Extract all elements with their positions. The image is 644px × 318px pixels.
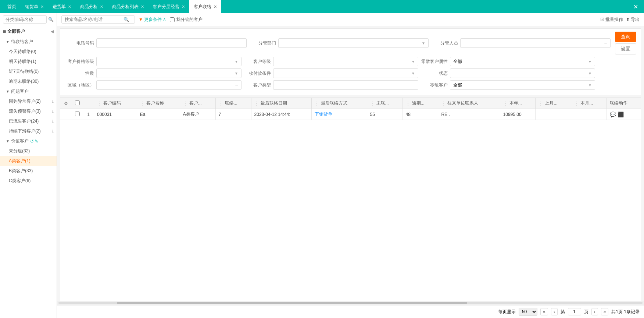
- row-last-method[interactable]: 下销货单: [311, 109, 367, 120]
- sidebar-search-icon[interactable]: 🔍: [48, 17, 54, 22]
- window-close-button[interactable]: ✕: [630, 2, 641, 12]
- col-this-year[interactable]: ⋮ 本年...: [500, 98, 536, 109]
- sidebar-item-churn-warning[interactable]: 流失预警客户(3) ℹ: [0, 106, 57, 116]
- col-this-month[interactable]: ⋮ 本月...: [571, 98, 607, 109]
- price-level-dropdown-icon: ▼: [235, 60, 238, 64]
- nav-tab-customer-contact[interactable]: 客户联络 ✕: [189, 0, 221, 13]
- sidebar-item-overdue-label: 逾期未联络(30): [9, 78, 39, 85]
- phone-input[interactable]: [96, 38, 247, 48]
- batch-operation-button[interactable]: ☑ 批量操作: [600, 17, 623, 23]
- sidebar-item-class-b[interactable]: B类客户(33): [0, 166, 57, 176]
- filter-search-input[interactable]: [65, 17, 124, 22]
- col-overdue[interactable]: ⋮ 逾期...: [402, 98, 438, 109]
- person-more-icon[interactable]: ···: [604, 41, 607, 45]
- last-method-resize-icon: ⋮: [315, 101, 319, 106]
- scrollbar-thumb[interactable]: [117, 302, 467, 304]
- nav-tab-goods-analysis[interactable]: 商品分析 ✕: [76, 0, 108, 13]
- region-more-icon[interactable]: ···: [235, 83, 238, 87]
- horizontal-scrollbar[interactable]: [57, 301, 644, 305]
- last-method-link[interactable]: 下销货单: [315, 112, 332, 117]
- row-checkbox-cell[interactable]: [72, 109, 83, 120]
- page-number-input[interactable]: [568, 308, 581, 315]
- nav-tab-goods-analysis-list[interactable]: 商品分析列表 ✕: [108, 0, 149, 13]
- churned-info-icon[interactable]: ℹ: [52, 119, 54, 123]
- sidebar-item-overdue[interactable]: 逾期未联络(30): [0, 77, 57, 86]
- col-overdue-label: 逾期...: [412, 100, 425, 106]
- payment-dropdown[interactable]: ▼: [273, 68, 418, 78]
- sidebar-group-value[interactable]: ▼ 价值客户 ↺ ✎: [0, 136, 57, 146]
- col-not-contacted[interactable]: ⋮ 未联...: [367, 98, 402, 109]
- nav-tab-customer-segment[interactable]: 客户分层经营 ✕: [149, 0, 189, 13]
- customer-type-input[interactable]: [273, 80, 418, 90]
- col-type[interactable]: ⋮ 客户...: [180, 98, 215, 109]
- nav-tab-customer-contact-close[interactable]: ✕: [214, 4, 217, 9]
- nav-tab-sales[interactable]: 销货单 ✕: [21, 0, 48, 13]
- sidebar-item-class-a[interactable]: A类客户(1): [0, 156, 57, 166]
- customer-level-dropdown[interactable]: ▼: [273, 57, 418, 66]
- col-last-date[interactable]: ⋮ 最后联络日期: [251, 98, 311, 109]
- nav-tab-purchase-close[interactable]: ✕: [68, 4, 71, 9]
- row-chat-icon[interactable]: 💬: [610, 112, 616, 117]
- value-group-edit-icon[interactable]: ✎: [35, 139, 38, 144]
- last-page-button[interactable]: »: [601, 308, 609, 315]
- row-checkbox[interactable]: [75, 112, 80, 116]
- page-size-select[interactable]: 50 100 200: [519, 308, 537, 316]
- declining-info-icon[interactable]: ℹ: [52, 129, 54, 133]
- filter-my-customer[interactable]: 我分管的客户: [170, 17, 203, 23]
- abnormal-info-icon[interactable]: ℹ: [52, 99, 54, 103]
- sidebar-item-class-c[interactable]: C类客户(6): [0, 176, 57, 186]
- region-input[interactable]: ···: [96, 80, 242, 90]
- col-settings[interactable]: ⚙: [60, 98, 72, 109]
- filter-cell-retail: 零散客户 全部 ▼: [418, 80, 595, 90]
- next-page-button[interactable]: ›: [591, 308, 598, 315]
- nav-tab-customer-segment-close[interactable]: ✕: [182, 4, 185, 9]
- nature-dropdown[interactable]: ▼: [96, 68, 242, 78]
- nav-tab-goods-analysis-close[interactable]: ✕: [100, 4, 103, 9]
- sidebar-item-churned[interactable]: 已流失客户(24) ℹ: [0, 116, 57, 126]
- sidebar-item-today[interactable]: 今天待联络(0): [0, 47, 57, 57]
- sidebar-item-7days[interactable]: 近7天待联络(0): [0, 67, 57, 77]
- col-code[interactable]: ⋮ 客户编码: [94, 98, 137, 109]
- sidebar-item-declining[interactable]: 持续下滑客户(2) ℹ: [0, 126, 57, 136]
- nav-tab-goods-list-close[interactable]: ✕: [141, 4, 144, 9]
- row-qr-icon[interactable]: ⬛: [618, 112, 624, 117]
- churn-warning-info-icon[interactable]: ℹ: [52, 109, 54, 113]
- retail-dropdown[interactable]: 全部 ▼: [450, 80, 595, 90]
- status-dropdown[interactable]: ▼: [450, 68, 595, 78]
- sidebar-group-pending[interactable]: ▼ 待联络客户: [0, 37, 57, 47]
- export-button[interactable]: ⬆ 导出: [626, 17, 640, 23]
- value-group-refresh-icon[interactable]: ↺: [30, 139, 34, 144]
- prev-page-button[interactable]: ‹: [551, 308, 558, 315]
- retail-attr-dropdown[interactable]: 全部 ▼: [450, 57, 595, 66]
- settings-button[interactable]: 设置: [615, 43, 636, 54]
- sidebar-item-abnormal[interactable]: 囤购异常客户(2) ℹ: [0, 96, 57, 106]
- col-last-method[interactable]: ⋮ 最后联络方式: [311, 98, 367, 109]
- first-page-button[interactable]: «: [540, 308, 548, 315]
- sidebar-item-unclassified[interactable]: 未分组(32): [0, 146, 57, 156]
- col-last-month[interactable]: ⋮ 上月...: [536, 98, 571, 109]
- nav-tab-purchase[interactable]: 进货单 ✕: [48, 0, 76, 13]
- price-level-dropdown[interactable]: ▼: [96, 57, 242, 66]
- filter-more-conditions[interactable]: ▼ 更多条件 ∧: [139, 17, 166, 23]
- nav-tab-home[interactable]: 首页: [3, 0, 21, 13]
- filter-search-icon[interactable]: 🔍: [124, 17, 129, 22]
- sidebar-group-problem[interactable]: ▼ 问题客户: [0, 86, 57, 96]
- query-button[interactable]: 查询: [615, 32, 636, 42]
- filter-row-1: 电话号码 分管部门 ▼ 分管人员 ···: [65, 32, 636, 54]
- retail-attr-dropdown-icon: ▼: [588, 60, 592, 64]
- price-level-label: 客户价格等级: [65, 59, 94, 65]
- pending-arrow-icon: ▼: [6, 40, 10, 44]
- my-customer-checkbox[interactable]: [170, 17, 175, 22]
- scrollbar-track[interactable]: [58, 302, 643, 304]
- sidebar-all-customers-header[interactable]: ⊞ 全部客户 ◀: [0, 26, 57, 37]
- select-all-checkbox[interactable]: [75, 100, 80, 105]
- sidebar-item-tomorrow[interactable]: 明天待联络(1): [0, 57, 57, 67]
- dept-dropdown[interactable]: ▼: [278, 38, 429, 48]
- person-input[interactable]: ···: [460, 38, 611, 48]
- sidebar-search-input[interactable]: [3, 15, 47, 24]
- col-name[interactable]: ⋮ 客户名称: [137, 98, 180, 109]
- col-contact-person[interactable]: ⋮ 往来单位联系人: [438, 98, 500, 109]
- nav-tab-sales-close[interactable]: ✕: [40, 4, 44, 9]
- collapse-icon[interactable]: ◀: [51, 29, 54, 33]
- col-contact-count[interactable]: ⋮ 联络...: [215, 98, 251, 109]
